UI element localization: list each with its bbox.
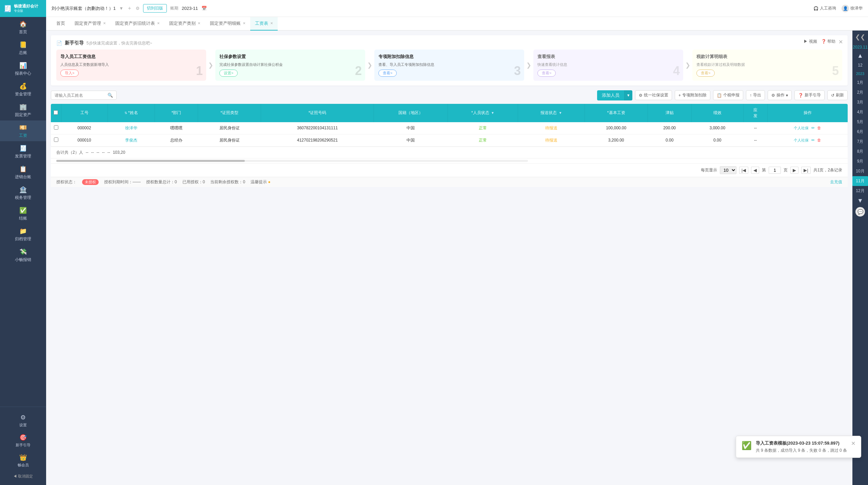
row-2-checkbox-cell[interactable] <box>51 134 61 146</box>
tab-depreciation-close[interactable]: ✕ <box>157 21 160 25</box>
row-1-name-link[interactable]: 徐泽华 <box>125 126 137 130</box>
sidebar-item-archive[interactable]: 📁 归档管理 <box>0 224 46 245</box>
horizontal-scrollbar[interactable] <box>56 160 528 162</box>
sidebar-item-payroll[interactable]: 💴 工资 <box>0 120 46 141</box>
export-btn[interactable]: ↑ 导出 <box>746 90 765 100</box>
charge-link[interactable]: 去充值 <box>830 179 842 185</box>
rp-month-11[interactable]: 11月 <box>852 176 868 186</box>
next-page-btn[interactable]: ▶ <box>790 167 798 174</box>
rp-month-12-prev[interactable]: 12 <box>852 61 868 70</box>
row-1-checkbox-cell[interactable] <box>51 122 61 134</box>
row-1-name[interactable]: 徐泽华 <box>107 122 155 134</box>
sidebar-item-close[interactable]: ✅ 结账 <box>0 203 46 224</box>
rp-down-btn[interactable]: ▼ <box>852 196 868 206</box>
rp-month-9[interactable]: 9月 <box>852 156 868 166</box>
col-send[interactable]: 报送状态 ▼ <box>518 104 585 122</box>
feedback-bubble-icon[interactable]: 💬 <box>855 207 865 217</box>
rp-feedback-icon[interactable]: 💬 <box>855 206 865 218</box>
last-page-btn[interactable]: ▶| <box>801 167 810 174</box>
newbie-guide-btn[interactable]: ❓ 新手引导 <box>794 90 825 100</box>
tax-deduction-btn[interactable]: + 专项附加扣除 <box>675 90 710 100</box>
select-all-header[interactable] <box>51 104 61 122</box>
sidebar-item-tax[interactable]: 🏦 税务管理 <box>0 183 46 203</box>
sidebar-item-home[interactable]: 🏠 首页 <box>0 17 46 38</box>
sidebar-item-guide[interactable]: 🎯 新手引导 <box>0 430 46 450</box>
add-person-button[interactable]: 添加人员 <box>597 90 624 100</box>
rp-year-2023[interactable]: 2023 <box>852 70 868 78</box>
tab-assets-mgmt-close[interactable]: ✕ <box>103 21 106 25</box>
tab-asset-category[interactable]: 固定资产类别 ✕ <box>164 17 205 31</box>
per-page-select[interactable]: 10 20 50 <box>720 166 736 174</box>
send-filter-icon[interactable]: ▼ <box>559 111 562 115</box>
sidebar-item-ledger[interactable]: 📒 总账 <box>0 38 46 58</box>
sidebar-item-settings[interactable]: ⚙ 设置 <box>0 410 46 430</box>
rp-month-4[interactable]: 4月 <box>852 107 868 117</box>
social-security-btn[interactable]: ⚙ 统一社保设置 <box>635 90 672 100</box>
sidebar-item-expense[interactable]: 💸 小畅报销 <box>0 245 46 265</box>
col-name[interactable]: ⇅ *姓名 <box>107 104 155 122</box>
tab-payroll[interactable]: 工资表 ✕ <box>250 17 278 31</box>
video-btn[interactable]: ▶ 视频 <box>804 39 817 44</box>
tab-asset-detail-close[interactable]: ✕ <box>243 21 245 25</box>
tab-payroll-close[interactable]: ✕ <box>270 21 273 25</box>
row-2-delete-icon[interactable]: 🗑 <box>817 138 821 143</box>
row-1-edit-icon[interactable]: ✏ <box>811 126 815 130</box>
row-1-delete-icon[interactable]: 🗑 <box>817 126 821 130</box>
row-1-checkbox[interactable] <box>54 125 58 130</box>
sidebar-item-funds[interactable]: 💰 资金管理 <box>0 79 46 100</box>
first-page-btn[interactable]: |◀ <box>739 167 748 174</box>
rp-month-5[interactable]: 5月 <box>852 117 868 127</box>
rp-expand-btn[interactable]: ❮❮ <box>855 31 865 43</box>
user-area[interactable]: 👤 徐泽华 <box>842 5 863 12</box>
prev-page-btn[interactable]: ◀ <box>751 167 759 174</box>
tab-depreciation[interactable]: 固定资产折旧统计表 ✕ <box>111 17 164 31</box>
sidebar-item-invoice[interactable]: 🧾 发票管理 <box>0 141 46 162</box>
row-1-ops[interactable]: 个人社保 ✏ 🗑 <box>767 122 848 134</box>
step-5-btn[interactable]: 查看> <box>696 70 715 77</box>
rp-month-8[interactable]: 8月 <box>852 147 868 156</box>
row-2-name[interactable]: 李俊杰 <box>107 134 155 146</box>
account-dropdown-icon[interactable]: ▼ <box>119 6 123 11</box>
operations-btn[interactable]: ⚙ 操作 ▾ <box>768 90 792 100</box>
add-person-dropdown[interactable]: ▾ <box>624 90 632 100</box>
step-1-btn[interactable]: 导入> <box>60 70 79 77</box>
guide-close-btn[interactable]: ✕ <box>839 39 843 45</box>
rp-month-10[interactable]: 10月 <box>852 166 868 176</box>
row-2-name-link[interactable]: 李俊杰 <box>125 138 137 143</box>
service-btn[interactable]: 🎧 人工咨询 <box>813 5 836 11</box>
sidebar-item-sales[interactable]: 📋 进销台账 <box>0 162 46 183</box>
sidebar-item-reports[interactable]: 📊 报表中心 <box>0 58 46 79</box>
tab-home[interactable]: 首页 <box>52 17 70 31</box>
rp-month-12[interactable]: 12月 <box>852 186 868 196</box>
step-4-btn[interactable]: 查看> <box>537 70 556 77</box>
rp-month-1[interactable]: 1月 <box>852 78 868 88</box>
toast-close-btn[interactable]: ✕ <box>851 440 855 447</box>
step-2-btn[interactable]: 设置> <box>219 70 238 77</box>
refresh-btn[interactable]: ↺ 刷新 <box>827 90 848 100</box>
tax-report-btn[interactable]: 📋 个税申报 <box>713 90 743 100</box>
col-status[interactable]: *人员状态 ▼ <box>448 104 518 122</box>
search-input[interactable] <box>55 93 105 98</box>
switch-version-button[interactable]: 切到旧版 <box>143 4 167 13</box>
tab-asset-category-close[interactable]: ✕ <box>198 21 200 25</box>
tab-assets-mgmt[interactable]: 固定资产管理 ✕ <box>70 17 111 31</box>
sidebar-item-vip[interactable]: 👑 畅会员 <box>0 450 46 470</box>
step-3-btn[interactable]: 查看> <box>378 70 397 77</box>
rp-month-6[interactable]: 6月 <box>852 127 868 137</box>
row-2-social-link[interactable]: 个人社保 <box>794 138 809 142</box>
rp-month-2[interactable]: 2月 <box>852 88 868 97</box>
select-all-checkbox[interactable] <box>54 110 58 115</box>
rp-up-btn[interactable]: ▲ <box>852 51 868 61</box>
search-icon[interactable]: 🔍 <box>107 93 113 98</box>
settings-btn[interactable]: ⚙ <box>136 6 140 11</box>
row-2-checkbox[interactable] <box>54 137 58 142</box>
row-1-social-link[interactable]: 个人社保 <box>794 126 809 130</box>
rp-month-3[interactable]: 3月 <box>852 97 868 107</box>
calendar-icon[interactable]: 📅 <box>201 6 207 11</box>
row-2-ops[interactable]: 个人社保 ✏ 🗑 <box>767 134 848 146</box>
rp-month-7[interactable]: 7月 <box>852 137 868 147</box>
add-account-btn[interactable]: ＋ <box>127 5 132 12</box>
page-number-input[interactable] <box>769 167 781 174</box>
tab-asset-detail[interactable]: 固定资产明细账 ✕ <box>205 17 250 31</box>
status-filter-icon[interactable]: ▼ <box>491 111 494 115</box>
